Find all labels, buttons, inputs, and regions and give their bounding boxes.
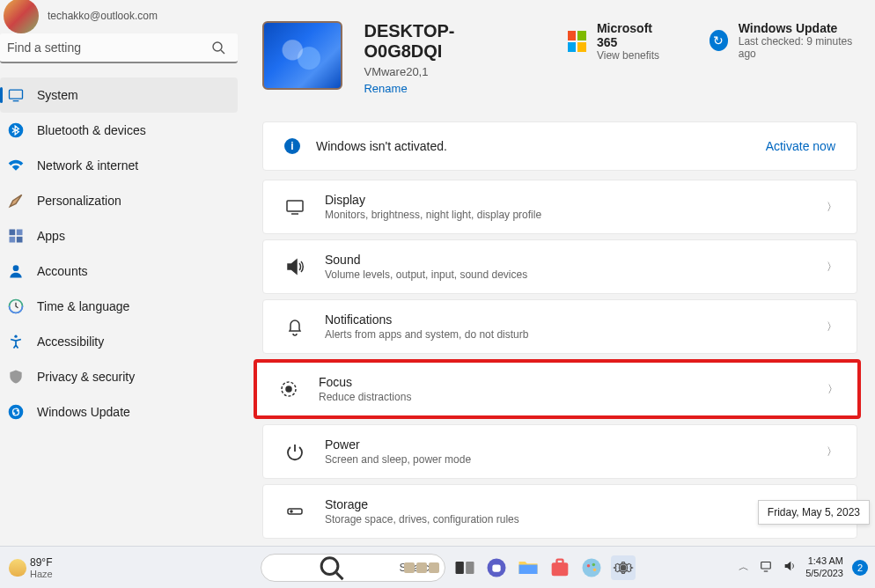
paint-icon[interactable]: [579, 555, 604, 580]
setting-display[interactable]: DisplayMonitors, brightness, night light…: [262, 180, 857, 234]
clock-time: 1:43 AM: [805, 555, 843, 568]
setting-desc: Storage space, drives, configuration rul…: [325, 513, 519, 526]
taskbar-search[interactable]: Search: [261, 554, 445, 582]
ms365-card[interactable]: Microsoft 365 View benefits: [568, 21, 667, 62]
svg-rect-6: [17, 230, 23, 236]
sidebar-item-privacy-security[interactable]: Privacy & security: [0, 359, 238, 394]
sidebar-item-label: Apps: [37, 229, 65, 243]
microsoft-store-icon[interactable]: [548, 555, 572, 580]
chevron-right-icon: 〉: [827, 200, 837, 215]
setting-title: Focus: [319, 375, 411, 389]
nav-list: SystemBluetooth & devicesNetwork & inter…: [0, 77, 238, 430]
user-info: techakko@outlook.com: [0, 0, 158, 33]
svg-point-13: [9, 405, 24, 420]
wu-title: Windows Update: [739, 21, 857, 35]
sound-icon: [284, 256, 305, 277]
network-icon[interactable]: [758, 558, 774, 577]
svg-point-12: [14, 335, 17, 338]
svg-point-32: [620, 564, 626, 570]
sidebar-item-time-language[interactable]: Time & language: [0, 289, 238, 324]
setting-notifications[interactable]: NotificationsAlerts from apps and system…: [262, 299, 857, 354]
search-input[interactable]: [0, 33, 238, 63]
windows-update-card[interactable]: ↻ Windows Update Last checked: 9 minutes…: [710, 21, 858, 60]
svg-line-1: [221, 50, 224, 54]
brush-icon: [7, 192, 25, 209]
device-info: DESKTOP-O0G8DQI VMware20,1 Rename: [364, 21, 514, 95]
sidebar-item-label: Personalization: [37, 194, 121, 208]
device-name: DESKTOP-O0G8DQI: [364, 21, 514, 62]
device-model: VMware20,1: [364, 65, 514, 78]
setting-power[interactable]: PowerScreen and sleep, power mode〉: [262, 424, 857, 479]
notifications-icon: [284, 316, 305, 337]
sidebar-item-apps[interactable]: Apps: [0, 218, 238, 254]
setting-title: Storage: [325, 497, 519, 511]
tray-chevron-icon[interactable]: ︿: [739, 560, 749, 575]
user-email: techakko@outlook.com: [48, 10, 158, 22]
svg-line-21: [336, 572, 343, 579]
avatar[interactable]: [4, 0, 39, 33]
setting-title: Notifications: [325, 312, 528, 327]
desktop-wallpaper-thumb: [262, 21, 342, 90]
account-icon: [7, 262, 25, 280]
taskbar: 89°F Haze Search ︿ 1:43 AM 5/5/2023 2: [0, 546, 875, 588]
setting-desc: Monitors, brightness, night light, displ…: [325, 209, 541, 221]
sidebar-item-label: Network & internet: [37, 158, 138, 173]
search-highlights-icon: [404, 562, 439, 573]
svg-point-31: [592, 568, 596, 571]
setting-desc: Reduce distractions: [319, 391, 411, 403]
taskbar-center: Search: [229, 554, 636, 582]
clock-icon: [7, 298, 25, 315]
setting-focus[interactable]: FocusReduce distractions〉: [254, 359, 861, 419]
sidebar-item-personalization[interactable]: Personalization: [0, 183, 238, 218]
accessibility-icon: [7, 333, 25, 350]
settings-icon[interactable]: [611, 555, 636, 580]
activation-alert: i Windows isn't activated. Activate now: [262, 121, 857, 171]
sidebar-item-label: Bluetooth & devices: [37, 123, 146, 137]
sidebar-item-bluetooth-devices[interactable]: Bluetooth & devices: [0, 113, 238, 148]
search-icon: [211, 40, 225, 58]
task-view-button[interactable]: [452, 555, 477, 580]
chevron-right-icon: 〉: [827, 445, 837, 459]
storage-icon: [284, 501, 305, 522]
search-container: [0, 33, 238, 63]
sidebar-item-label: System: [37, 88, 78, 102]
rename-button[interactable]: Rename: [364, 82, 514, 95]
ms365-title: Microsoft 365: [597, 21, 667, 49]
weather-widget[interactable]: 89°F Haze: [0, 556, 53, 579]
clock[interactable]: 1:43 AM 5/5/2023: [805, 555, 843, 580]
sidebar-item-network-internet[interactable]: Network & internet: [0, 148, 238, 183]
update-icon: ↻: [710, 30, 728, 51]
sidebar: SystemBluetooth & devicesNetwork & inter…: [0, 33, 238, 430]
power-icon: [284, 441, 305, 462]
sidebar-item-windows-update[interactable]: Windows Update: [0, 394, 238, 430]
sun-icon: [9, 559, 26, 577]
info-icon: i: [284, 138, 300, 154]
teams-icon[interactable]: [484, 555, 509, 580]
svg-point-29: [586, 563, 590, 567]
svg-rect-2: [10, 90, 23, 99]
svg-point-28: [582, 558, 600, 577]
sidebar-item-accounts[interactable]: Accounts: [0, 254, 238, 289]
chevron-right-icon: 〉: [827, 260, 837, 275]
svg-point-19: [290, 511, 292, 512]
setting-sound[interactable]: SoundVolume levels, output, input, sound…: [262, 239, 857, 294]
svg-point-9: [13, 265, 19, 271]
activate-now-button[interactable]: Activate now: [766, 139, 835, 153]
settings-list: DisplayMonitors, brightness, night light…: [262, 180, 857, 539]
volume-icon[interactable]: [783, 559, 797, 577]
sidebar-item-system[interactable]: System: [0, 77, 238, 113]
main-content: DESKTOP-O0G8DQI VMware20,1 Rename Micros…: [262, 21, 857, 539]
svg-point-20: [321, 557, 338, 574]
shield-icon: [7, 368, 25, 386]
svg-rect-33: [761, 562, 771, 569]
svg-rect-23: [466, 562, 474, 574]
sidebar-item-label: Accounts: [37, 264, 88, 278]
svg-rect-7: [10, 237, 16, 243]
svg-rect-25: [492, 564, 500, 571]
sidebar-item-label: Privacy & security: [37, 370, 135, 384]
sidebar-item-accessibility[interactable]: Accessibility: [0, 324, 238, 359]
notification-badge[interactable]: 2: [852, 560, 868, 576]
setting-title: Sound: [325, 253, 527, 267]
file-explorer-icon[interactable]: [516, 555, 540, 580]
start-button[interactable]: [229, 555, 254, 580]
